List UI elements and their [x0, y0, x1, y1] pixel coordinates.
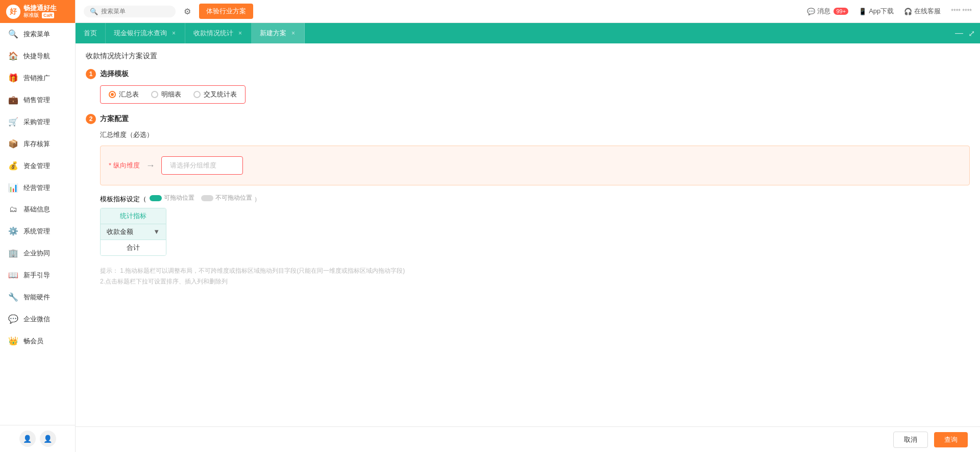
sidebar-item-label: 智能硬件	[23, 293, 50, 302]
tabbar-spacer	[305, 23, 950, 43]
radio-summary[interactable]: 汇总表	[109, 90, 139, 99]
topbar-industry-btn[interactable]: 体验行业方案	[199, 4, 253, 19]
search-nav-icon: 🔍	[8, 29, 18, 39]
topbar-gear-icon[interactable]: ⚙	[184, 7, 191, 16]
sidebar-avatar-1[interactable]: 👤	[19, 431, 36, 447]
topbar-service[interactable]: 🎧 在线客服	[904, 7, 941, 16]
sidebar-item-finance[interactable]: 💰 资金管理	[0, 155, 75, 177]
stat-cell-chevron[interactable]: ▼	[153, 228, 160, 235]
radio-cross-dot	[193, 91, 201, 98]
marketing-icon: 🎁	[8, 73, 18, 83]
sidebar-item-nav[interactable]: 🏠 快捷导航	[0, 45, 75, 67]
topbar-actions: 💬 消息 99+ 📱 App下载 🎧 在线客服 **** ****	[807, 7, 972, 16]
sidebar-item-member[interactable]: 👑 畅会员	[0, 330, 75, 352]
corp-icon: 🏢	[8, 248, 18, 258]
logo-badge: CaR	[42, 12, 54, 18]
section-template: 1 选择模板 汇总表 明细表	[86, 69, 970, 104]
sidebar-item-basic[interactable]: 🗂 基础信息	[0, 199, 75, 220]
cancel-button[interactable]: 取消	[893, 432, 928, 448]
guide-icon: 📖	[8, 270, 18, 280]
wechat-icon: 💬	[8, 314, 18, 324]
stat-table: 统计指标 收款金额 ▼ 合计	[100, 208, 970, 257]
section2-content: 汇总维度（必选） * 纵向维度 → 请选择分组维度 模板指标设定（	[86, 130, 970, 288]
download-label: App下载	[869, 7, 894, 16]
logo-sub: 标准版	[23, 12, 39, 19]
tab-bank-close[interactable]: ×	[171, 29, 177, 38]
tab-minimize-btn[interactable]: —	[955, 29, 963, 38]
tab-receipt-close[interactable]: ×	[237, 29, 243, 38]
tab-receipt[interactable]: 收款情况统计 ×	[185, 23, 252, 43]
inventory-icon: 📦	[8, 139, 18, 149]
radio-cross[interactable]: 交叉统计表	[193, 90, 237, 99]
tab-home[interactable]: 首页	[76, 23, 106, 43]
sidebar-item-wechat[interactable]: 💬 企业微信	[0, 308, 75, 330]
logo-icon: 好	[6, 5, 20, 19]
stat-sub-label: 合计	[127, 244, 140, 251]
dim-row: * 纵向维度 → 请选择分组维度	[109, 156, 961, 175]
tabbar-controls: — ⤢	[950, 23, 980, 43]
sidebar-bottom: 👤 👤	[0, 425, 75, 452]
indicator-label: 模板指标设定（	[100, 195, 146, 203]
message-label: 消息	[817, 7, 830, 16]
system-icon: ⚙️	[8, 226, 18, 236]
download-icon: 📱	[859, 8, 867, 15]
radio-detail[interactable]: 明细表	[151, 90, 181, 99]
logo-title: 畅捷通好生	[23, 4, 57, 12]
sidebar-item-label: 采购管理	[23, 117, 50, 127]
stat-cell-row: 收款金额 ▼	[101, 224, 166, 240]
dim-select[interactable]: 请选择分组维度	[161, 156, 243, 175]
dim-area: * 纵向维度 → 请选择分组维度	[100, 146, 970, 185]
sidebar-item-corp[interactable]: 🏢 企业协同	[0, 242, 75, 264]
section2-header: 2 方案配置	[86, 114, 970, 124]
sidebar-item-operation[interactable]: 📊 经营管理	[0, 177, 75, 199]
sidebar-item-marketing[interactable]: 🎁 营销推广	[0, 67, 75, 89]
legend-fixed-toggle	[201, 195, 213, 201]
sidebar-item-label: 营销推广	[23, 74, 50, 83]
tips-section: 提示： 1.拖动标题栏可以调整布局，不可跨维度或指标区域拖动列目字段(只能在同一…	[100, 266, 970, 288]
sidebar-item-label: 基础信息	[23, 205, 50, 214]
query-button[interactable]: 查询	[934, 432, 968, 447]
sidebar-item-label: 企业协同	[23, 249, 50, 258]
sidebar-item-label: 快捷导航	[23, 52, 50, 61]
nav-icon: 🏠	[8, 51, 18, 61]
radio-detail-dot	[151, 91, 158, 98]
topbar-user-info: **** ****	[951, 8, 972, 15]
radio-summary-dot	[109, 91, 116, 98]
tab-receipt-label: 收款情况统计	[193, 29, 233, 38]
dim-row-label: * 纵向维度	[109, 161, 140, 170]
section2-label: 方案配置	[100, 114, 129, 124]
topbar-search-input[interactable]	[101, 8, 162, 15]
sidebar: 好 畅捷通好生 标准版 CaR 🔍 搜索菜单 🏠 快捷导航 🎁 营销推广 💼 销…	[0, 0, 76, 452]
indicator-label-row: 模板指标设定（ 可拖动位置 不可拖动位置 ）	[100, 194, 970, 204]
radio-detail-label: 明细表	[161, 90, 181, 99]
legend-drag-label: 可拖动位置	[164, 194, 194, 202]
sidebar-item-system[interactable]: ⚙️ 系统管理	[0, 220, 75, 242]
tab-new-plan[interactable]: 新建方案 ×	[252, 23, 305, 43]
content-area: 收款情况统计方案设置 1 选择模板 汇总表 明细表	[76, 43, 980, 426]
sidebar-item-purchase[interactable]: 🛒 采购管理	[0, 111, 75, 133]
sidebar-item-search[interactable]: 🔍 搜索菜单	[0, 23, 75, 45]
tab-bank[interactable]: 现金银行流水查询 ×	[106, 23, 185, 43]
sidebar-item-label: 销售管理	[23, 96, 50, 105]
stat-header: 统计指标	[101, 208, 166, 224]
sidebar-item-hardware[interactable]: 🔧 智能硬件	[0, 286, 75, 308]
sidebar-item-label: 资金管理	[23, 161, 50, 171]
sidebar-item-label: 经营管理	[23, 183, 50, 193]
tab-new-plan-close[interactable]: ×	[290, 29, 296, 38]
sidebar-item-guide[interactable]: 📖 新手引导	[0, 264, 75, 286]
topbar-download[interactable]: 📱 App下载	[859, 7, 894, 16]
sidebar-avatar-2[interactable]: 👤	[40, 431, 56, 447]
sidebar-item-inventory[interactable]: 📦 库存核算	[0, 133, 75, 155]
topbar-message[interactable]: 💬 消息 99+	[807, 7, 848, 16]
sales-icon: 💼	[8, 95, 18, 105]
section1-num: 1	[86, 69, 96, 79]
sidebar-item-sales[interactable]: 💼 销售管理	[0, 89, 75, 111]
topbar-search-box[interactable]: 🔍	[84, 6, 176, 17]
tab-home-label: 首页	[84, 29, 97, 38]
section2-num: 2	[86, 114, 96, 124]
stat-sub-row: 合计	[101, 240, 166, 255]
member-icon: 👑	[8, 336, 18, 346]
tab-maximize-btn[interactable]: ⤢	[968, 29, 975, 38]
legend-drag-toggle	[150, 195, 162, 201]
stat-cell-label: 收款金额	[107, 227, 133, 236]
